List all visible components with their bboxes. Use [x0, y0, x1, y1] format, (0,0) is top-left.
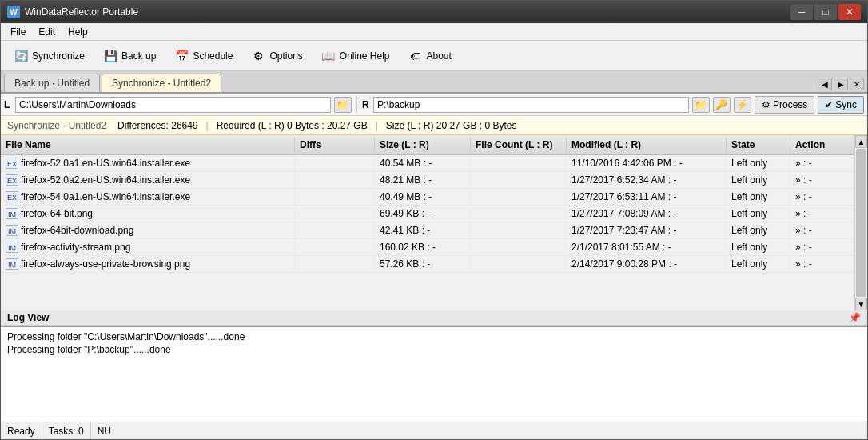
right-path-label: R	[362, 99, 370, 110]
td-modified: 1/27/2017 7:23:47 AM : -	[567, 222, 727, 238]
td-filename: EXfirefox-52.0a1.en-US.win64.installer.e…	[1, 155, 295, 171]
left-path-input[interactable]	[15, 97, 331, 113]
table-row[interactable]: IMfirefox-64-bit.png 69.49 KB : - 1/27/2…	[1, 206, 854, 222]
right-action-button[interactable]: 🔑	[713, 97, 731, 113]
close-button[interactable]: ✕	[838, 4, 861, 20]
td-filecount	[471, 256, 567, 272]
td-action: » : -	[790, 239, 854, 255]
td-diffs	[295, 189, 375, 205]
td-state: Left only	[727, 206, 790, 222]
status-ready: Ready	[1, 422, 42, 439]
td-modified: 2/14/2017 9:00:28 PM : -	[567, 256, 727, 272]
td-size: 160.02 KB : -	[375, 239, 471, 255]
td-filename: IMfirefox-always-use-private-browsing.pn…	[1, 256, 295, 272]
tab-prev-button[interactable]: ◀	[818, 78, 832, 90]
table-row[interactable]: IMfirefox-64bit-download.png 42.41 KB : …	[1, 222, 854, 239]
sync-tab-label: Synchronize - Untitled2	[112, 78, 211, 89]
table-row[interactable]: IMfirefox-activity-stream.png 160.02 KB …	[1, 239, 854, 256]
menu-bar: File Edit Help	[1, 23, 867, 41]
log-view: Processing folder "C:\Users\Martin\Downl…	[1, 326, 867, 422]
backup-button[interactable]: 💾 Back up	[95, 45, 163, 67]
backup-tab[interactable]: Back up · Untitled	[4, 74, 100, 92]
file-area: File Name Diffs Size (L : R) File Count …	[1, 135, 867, 310]
app-window: W WinDataReflector Portable ─ □ ✕ File E…	[0, 0, 868, 440]
tasks-text: Tasks: 0	[49, 426, 84, 437]
minimize-button[interactable]: ─	[790, 4, 813, 20]
process-label: Process	[773, 99, 807, 110]
toolbar: 🔄 Synchronize 💾 Back up 📅 Schedule ⚙ Opt…	[1, 41, 867, 71]
synchronize-button[interactable]: 🔄 Synchronize	[6, 45, 92, 67]
schedule-label: Schedule	[193, 50, 233, 62]
status-tasks: Tasks: 0	[42, 422, 91, 439]
backup-tab-label: Back up · Untitled	[14, 78, 90, 89]
td-filecount	[471, 172, 567, 188]
th-action[interactable]: Action	[790, 138, 854, 152]
th-size[interactable]: Size (L : R)	[375, 138, 471, 152]
td-state: Left only	[727, 239, 790, 255]
table-row[interactable]: EXfirefox-52.0a2.en-US.win64.installer.e…	[1, 172, 854, 189]
table-row[interactable]: EXfirefox-54.0a1.en-US.win64.installer.e…	[1, 189, 854, 206]
td-modified: 1/27/2017 6:53:11 AM : -	[567, 189, 727, 205]
right-browse-button[interactable]: 📁	[692, 97, 710, 113]
options-icon: ⚙	[250, 48, 266, 64]
info-title: Synchronize - Untitled2	[7, 120, 106, 131]
table-header: File Name Diffs Size (L : R) File Count …	[1, 135, 854, 155]
maximize-button[interactable]: □	[814, 4, 837, 20]
left-path-label: L	[4, 99, 12, 110]
table-row[interactable]: EXfirefox-52.0a1.en-US.win64.installer.e…	[1, 155, 854, 172]
tabs-bar: Back up · Untitled Synchronize - Untitle…	[1, 71, 867, 94]
scroll-thumb[interactable]	[856, 149, 866, 297]
scroll-up-button[interactable]: ▲	[855, 135, 867, 148]
tabs-nav: ◀ ▶ ✕	[818, 78, 864, 92]
scrollbar[interactable]: ▲ ▼	[854, 135, 867, 310]
status-right-label: NU	[98, 426, 111, 437]
schedule-button[interactable]: 📅 Schedule	[166, 45, 240, 67]
menu-file[interactable]: File	[4, 25, 32, 39]
td-diffs	[295, 155, 375, 171]
right-path-input[interactable]	[373, 97, 689, 113]
tabs-left: Back up · Untitled Synchronize - Untitle…	[4, 74, 221, 92]
tab-next-button[interactable]: ▶	[834, 78, 848, 90]
about-label: About	[427, 50, 452, 62]
td-action: » : -	[790, 256, 854, 272]
menu-edit[interactable]: Edit	[32, 25, 62, 39]
td-diffs	[295, 206, 375, 222]
td-modified: 2/1/2017 8:01:55 AM : -	[567, 239, 727, 255]
menu-help[interactable]: Help	[62, 25, 94, 39]
online-help-icon: 📖	[321, 48, 336, 64]
th-filecount[interactable]: File Count (L : R)	[471, 138, 567, 152]
log-section: Log View 📌 Processing folder "C:\Users\M…	[1, 310, 867, 422]
options-button[interactable]: ⚙ Options	[243, 45, 309, 67]
log-line: Processing folder "P:\backup"......done	[7, 343, 861, 356]
td-filecount	[471, 222, 567, 238]
td-modified: 1/27/2017 7:08:09 AM : -	[567, 206, 727, 222]
td-action: » : -	[790, 172, 854, 188]
right-sync-button[interactable]: ⚡	[734, 97, 751, 113]
table-row[interactable]: IMfirefox-always-use-private-browsing.pn…	[1, 256, 854, 273]
td-size: 48.21 MB : -	[375, 172, 471, 188]
td-filecount	[471, 189, 567, 205]
td-size: 57.26 KB : -	[375, 256, 471, 272]
scroll-down-button[interactable]: ▼	[855, 298, 867, 310]
th-state[interactable]: State	[727, 138, 790, 152]
left-browse-button[interactable]: 📁	[334, 97, 352, 113]
info-sep2: |	[376, 120, 378, 131]
backup-label: Back up	[121, 50, 156, 62]
sync-tab[interactable]: Synchronize - Untitled2	[102, 74, 221, 92]
tab-close-button[interactable]: ✕	[850, 78, 864, 90]
info-size: Size (L : R) 20.27 GB : 0 Bytes	[386, 120, 517, 131]
process-button[interactable]: ⚙ Process	[755, 96, 814, 114]
about-button[interactable]: 🏷 About	[400, 45, 459, 67]
process-icon: ⚙	[762, 99, 770, 110]
status-text: Ready	[7, 426, 35, 437]
path-bar: L 📁 R 📁 🔑 ⚡ ⚙ Process ✔ Sync	[1, 94, 867, 116]
td-diffs	[295, 172, 375, 188]
synchronize-label: Synchronize	[32, 50, 85, 62]
th-filename[interactable]: File Name	[1, 138, 295, 152]
file-table-inner: File Name Diffs Size (L : R) File Count …	[1, 135, 854, 310]
online-help-button[interactable]: 📖 Online Help	[313, 45, 397, 67]
th-modified[interactable]: Modified (L : R)	[567, 138, 727, 152]
sync-button[interactable]: ✔ Sync	[818, 96, 864, 114]
th-diffs[interactable]: Diffs	[295, 138, 375, 152]
td-diffs	[295, 256, 375, 272]
